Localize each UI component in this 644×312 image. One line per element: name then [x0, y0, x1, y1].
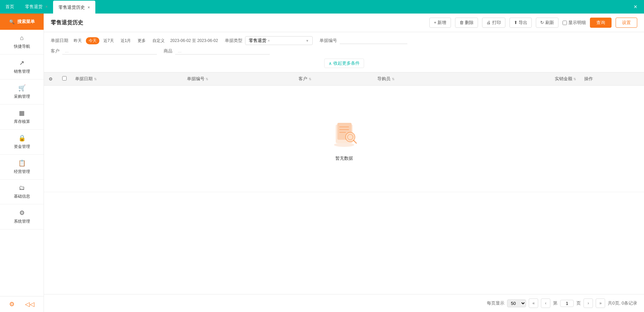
export-button[interactable]: ⬆ 导出	[509, 18, 532, 28]
doc-type-filter-item: 单据类型 零售退货 × ▼	[225, 36, 313, 45]
first-page-button[interactable]: «	[529, 298, 538, 308]
add-button[interactable]: + 新增	[429, 18, 451, 28]
sidebar-search[interactable]: 🔍 搜索菜单	[0, 14, 44, 30]
doc-number-filter-item: 单据编号	[319, 37, 407, 44]
goods-input[interactable]: ...	[175, 48, 270, 54]
collapse-button[interactable]: ∧ 收起更多条件	[324, 59, 364, 68]
customer-filter-item: 客户 ...	[51, 48, 157, 54]
tab-retail-return-history[interactable]: 零售退货历史 ×	[53, 1, 95, 14]
prev-page-button[interactable]: ‹	[541, 298, 550, 308]
show-detail-label: 显示明细	[568, 20, 586, 26]
sidebar-item-purchase-mgmt[interactable]: 🛒 采购管理	[0, 80, 44, 105]
date-last-month[interactable]: 近1月	[118, 37, 134, 44]
th-doc-number[interactable]: 单据编号 ⇅	[183, 72, 295, 86]
th-customer-label: 客户	[299, 76, 307, 81]
empty-text: 暂无数据	[335, 155, 353, 161]
sidebar-item-sales-mgmt-label: 销售管理	[14, 69, 30, 74]
volume-icon[interactable]: ◁◁	[25, 300, 34, 308]
th-amount-label: 实销金额	[555, 76, 572, 81]
sidebar-item-basic-info[interactable]: 🗂 基础信息	[0, 180, 44, 204]
sidebar-item-sys-mgmt[interactable]: ⚙ 系统管理	[0, 204, 44, 229]
sidebar-item-sales-mgmt[interactable]: ↗ 销售管理	[0, 54, 44, 80]
per-page-select[interactable]: 50 10 20 100	[507, 299, 526, 307]
table-header-row: ⚙ 单据日期 ⇅ 单据编号 ⇅	[44, 72, 644, 86]
sidebar-item-ops-mgmt[interactable]: 📋 经营管理	[0, 155, 44, 180]
th-customer[interactable]: 客户 ⇅	[294, 72, 373, 86]
purchase-icon: 🛒	[18, 84, 26, 92]
date-custom[interactable]: 自定义	[150, 37, 167, 44]
date-range-display: 2023-06-02 至 2023-06-02	[170, 38, 218, 44]
customer-input[interactable]: ...	[62, 48, 157, 54]
tab-home[interactable]: 首页	[0, 0, 20, 14]
tab-retail-return-history-label: 零售退货历史	[58, 4, 85, 10]
th-check[interactable]	[57, 72, 71, 86]
th-guide-label: 导购员	[377, 76, 390, 81]
last-page-button[interactable]: »	[596, 298, 605, 308]
page-title: 零售退货历史	[51, 19, 83, 26]
sidebar-item-finance-label: 资金管理	[14, 144, 30, 150]
empty-state-row: 暂无数据	[44, 86, 644, 192]
empty-state-cell: 暂无数据	[44, 86, 644, 192]
settings-bottom-icon[interactable]: ⚙	[9, 300, 15, 308]
sort-icon-doc-number: ⇅	[206, 77, 208, 81]
tab-retail-return-history-close[interactable]: ×	[88, 5, 90, 10]
gear-icon[interactable]: ⚙	[49, 76, 53, 82]
svg-line-7	[354, 140, 356, 143]
doc-number-input[interactable]	[340, 37, 407, 44]
svg-point-0	[334, 143, 354, 147]
doc-type-tag[interactable]: 零售退货 × ▼	[245, 36, 313, 45]
date-more[interactable]: 更多	[135, 37, 148, 44]
date-last7[interactable]: 近7天	[101, 37, 117, 44]
data-table: ⚙ 单据日期 ⇅ 单据编号 ⇅	[44, 72, 644, 192]
th-doc-date[interactable]: 单据日期 ⇅	[71, 72, 183, 86]
th-amount[interactable]: 实销金额 ⇅	[469, 72, 580, 86]
sidebar-bottom: ⚙ ◁◁	[0, 296, 44, 312]
page-label: 第	[553, 300, 557, 306]
doc-type-remove[interactable]: ×	[268, 39, 270, 43]
chevron-down-icon: ▼	[306, 39, 309, 43]
date-filter-item: 单据日期 昨天 今天 近7天 近1月 更多 自定义 2023-06-02 至 2…	[51, 37, 218, 44]
empty-state: 暂无数据	[48, 89, 640, 188]
show-detail-checkbox[interactable]	[563, 21, 567, 25]
total-info: 共0页, 0条记录	[608, 300, 637, 306]
sidebar-item-inventory-label: 库存核算	[14, 119, 30, 125]
sidebar-item-sys-mgmt-label: 系统管理	[14, 219, 30, 224]
refresh-button[interactable]: ↻ 刷新	[536, 18, 558, 28]
setting-button[interactable]: 设置	[616, 18, 637, 28]
tab-retail-return-label: 零售退货	[25, 4, 43, 10]
select-all-checkbox[interactable]	[62, 76, 67, 81]
page-number-input[interactable]	[560, 300, 574, 307]
show-detail-checkbox-label[interactable]: 显示明细	[563, 20, 586, 26]
date-yesterday[interactable]: 昨天	[71, 37, 85, 44]
date-today[interactable]: 今天	[86, 37, 99, 44]
next-page-button[interactable]: ›	[583, 298, 593, 308]
empty-state-illustration	[327, 116, 361, 150]
doc-type-value: 零售退货	[249, 38, 266, 44]
sidebar-item-quick-nav[interactable]: ⌂ 快捷导航	[0, 30, 44, 54]
customer-placeholder: ...	[65, 48, 69, 53]
per-page-label: 每页显示	[487, 300, 504, 306]
sort-icon-doc-date: ⇅	[94, 77, 97, 81]
tab-retail-return-close[interactable]: ×	[45, 4, 48, 9]
tab-retail-return[interactable]: 零售退货 ×	[20, 0, 53, 14]
basic-info-icon: 🗂	[19, 184, 25, 192]
ops-icon: 📋	[18, 159, 26, 167]
query-button[interactable]: 查询	[590, 18, 612, 28]
th-gear[interactable]: ⚙	[44, 72, 57, 86]
delete-button[interactable]: 🗑 删除	[455, 18, 478, 28]
tab-home-label: 首页	[5, 4, 14, 10]
filter-area: 单据日期 昨天 今天 近7天 近1月 更多 自定义 2023-06-02 至 2…	[44, 32, 644, 72]
sort-icon-amount: ⇅	[573, 77, 576, 81]
sidebar-item-inventory[interactable]: ▦ 库存核算	[0, 105, 44, 130]
goods-filter-item: 商品 ...	[164, 48, 270, 54]
th-doc-number-label: 单据编号	[187, 76, 205, 81]
table-body: 暂无数据	[44, 86, 644, 192]
print-button[interactable]: 🖨 打印	[482, 18, 505, 28]
window-close-button[interactable]: ×	[627, 3, 644, 10]
toolbar: + 新增 🗑 删除 🖨 打印 ⬆ 导出 ↻ 刷新 显示明细 查询 设置	[429, 18, 637, 28]
sidebar-item-finance[interactable]: 🔒 资金管理	[0, 130, 44, 155]
th-guide[interactable]: 导购员 ⇅	[373, 72, 469, 86]
goods-filter-label: 商品	[164, 48, 172, 54]
doc-type-label: 单据类型	[225, 38, 242, 44]
sort-icon-customer: ⇅	[309, 77, 311, 81]
